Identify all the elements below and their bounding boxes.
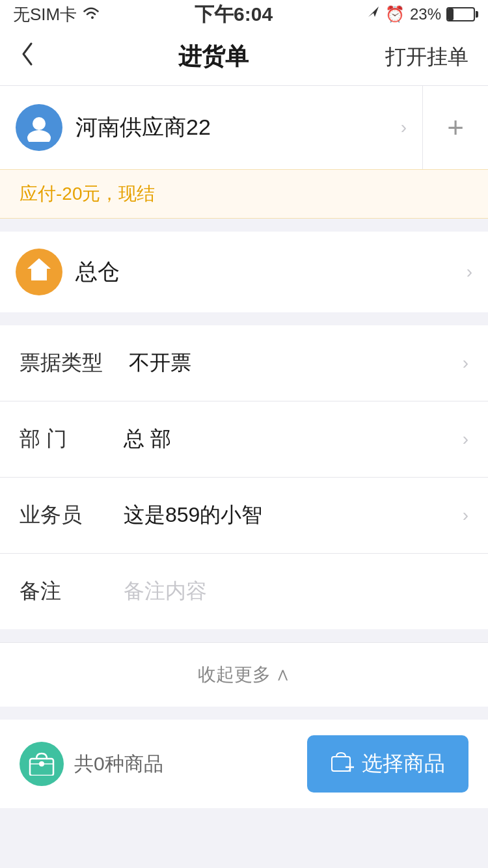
status-time: 下午6:04 (195, 1, 273, 28)
nav-bar: 进货单 打开挂单 (0, 29, 488, 86)
department-label: 部 门 (20, 425, 98, 454)
location-icon (367, 5, 380, 23)
alarm-icon: ⏰ (385, 5, 405, 23)
collapse-text: 收起更多 ∧ (198, 662, 291, 687)
supplier-avatar (16, 104, 62, 151)
content-area: 河南供应商22 › + 应付-20元，现结 总仓 › 票据类型 不开票 (0, 86, 488, 808)
status-right: ⏰ 23% (367, 5, 475, 23)
select-product-label: 选择商品 (362, 750, 445, 778)
collapse-bar[interactable]: 收起更多 ∧ (0, 642, 488, 707)
notice-text: 应付-20元，现结 (20, 183, 155, 204)
supplier-section: 河南供应商22 › + (0, 86, 488, 169)
product-count-section: 共0种商品 (20, 742, 163, 786)
svg-rect-5 (332, 757, 350, 771)
svg-point-0 (33, 117, 46, 130)
product-icon-circle (20, 742, 64, 786)
battery-icon (446, 7, 475, 21)
warehouse-icon-wrap (16, 249, 62, 295)
add-supplier-button[interactable]: + (423, 86, 488, 169)
warehouse-row[interactable]: 总仓 › (0, 232, 488, 312)
warehouse-section: 总仓 › (0, 232, 488, 312)
svg-point-4 (39, 761, 44, 766)
svg-marker-2 (27, 258, 51, 280)
back-button[interactable] (13, 34, 42, 79)
supplier-selector[interactable]: 河南供应商22 › (0, 86, 423, 169)
svg-rect-3 (30, 759, 53, 776)
remark-label: 备注 (20, 577, 98, 606)
remark-value: 备注内容 (124, 577, 468, 606)
select-product-icon (331, 752, 354, 777)
open-pending-button[interactable]: 打开挂单 (385, 43, 468, 72)
svg-point-1 (27, 130, 51, 142)
status-left: 无SIM卡 (13, 3, 100, 26)
invoice-type-chevron: › (463, 353, 468, 373)
invoice-type-value: 不开票 (129, 349, 456, 377)
salesperson-label: 业务员 (20, 501, 98, 530)
department-chevron: › (463, 429, 468, 450)
remark-row[interactable]: 备注 备注内容 (0, 554, 488, 629)
product-count-text: 共0种商品 (74, 751, 163, 778)
warehouse-icon (26, 257, 52, 288)
status-bar: 无SIM卡 下午6:04 ⏰ 23% (0, 0, 488, 29)
form-section: 票据类型 不开票 › 部 门 总 部 › 业务员 这是859的小智 › 备注 备… (0, 325, 488, 629)
salesperson-row[interactable]: 业务员 这是859的小智 › (0, 478, 488, 554)
chevron-right-icon: › (401, 117, 407, 138)
carrier-text: 无SIM卡 (13, 3, 77, 26)
department-value: 总 部 (124, 425, 456, 454)
bottom-bar: 共0种商品 选择商品 (0, 720, 488, 808)
supplier-name: 河南供应商22 (75, 113, 394, 142)
department-row[interactable]: 部 门 总 部 › (0, 401, 488, 478)
select-product-button[interactable]: 选择商品 (307, 735, 468, 793)
invoice-type-row[interactable]: 票据类型 不开票 › (0, 325, 488, 401)
salesperson-chevron: › (463, 505, 468, 526)
warehouse-name: 总仓 (75, 257, 460, 287)
gap1 (0, 219, 488, 232)
salesperson-value: 这是859的小智 (124, 501, 456, 530)
warehouse-chevron: › (467, 262, 472, 282)
wifi-icon (82, 5, 100, 25)
battery-percent: 23% (410, 5, 441, 23)
notice-bar: 应付-20元，现结 (0, 169, 488, 219)
page-title: 进货单 (178, 41, 249, 73)
invoice-type-label: 票据类型 (20, 349, 103, 377)
